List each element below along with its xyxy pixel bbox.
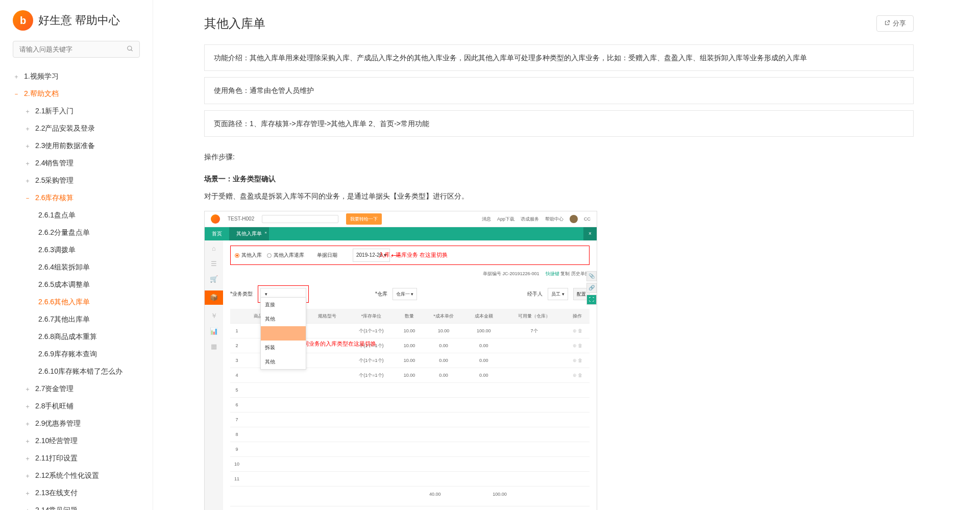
ss-memo-row: ✎ 备注信息 请输入内容信息 bbox=[230, 506, 590, 510]
plus-icon: ＋ bbox=[24, 507, 31, 510]
chart-icon[interactable]: 📊 bbox=[210, 327, 218, 335]
screenshot-scene1: TEST-H002 我要转给一下 消息 App下载 语成服务 帮助中心 CC 首… bbox=[204, 211, 597, 510]
nav-2-6-1[interactable]: 2.6.1盘点单 bbox=[13, 207, 140, 224]
ss-dd-item[interactable]: 其他 bbox=[261, 312, 306, 326]
nav-helpdoc[interactable]: －2.帮助文档 bbox=[13, 85, 140, 103]
table-row[interactable]: 4个(1个=1个)10.000.000.00⊕ 🗑 bbox=[230, 368, 590, 383]
ss-wh-select[interactable]: 仓库一 ▾ bbox=[393, 288, 418, 300]
nav-2-6-3[interactable]: 2.6.3调拨单 bbox=[13, 241, 140, 259]
content-section: 操作步骤: 场景一：业务类型确认 对于受赠、盘盈或是拆装入库等不同的业务，是通过… bbox=[204, 150, 914, 510]
nav-2-6-5[interactable]: 2.6.5成本调整单 bbox=[13, 276, 140, 294]
nav-2-2[interactable]: ＋2.2产品安装及登录 bbox=[13, 120, 140, 137]
ss-help-link[interactable]: 帮助中心 bbox=[545, 214, 564, 224]
ss-user-label: CC bbox=[584, 214, 591, 224]
table-row[interactable]: 9 bbox=[230, 442, 590, 457]
ss-total-amt: 100.00 bbox=[468, 490, 532, 499]
row-actions[interactable]: ⊕ 🗑 bbox=[566, 338, 590, 353]
row-actions[interactable]: ⊕ 🗑 bbox=[566, 368, 590, 383]
nav-2-8[interactable]: ＋2.8手机旺铺 bbox=[13, 398, 140, 415]
ss-meta-row: 单据编号 JC-20191226-001 快捷键 复制 历史单据 bbox=[230, 267, 590, 280]
close-icon[interactable]: × bbox=[264, 229, 267, 237]
ss-topbar: TEST-H002 我要转给一下 消息 App下载 语成服务 帮助中心 CC bbox=[205, 211, 597, 227]
path-box: 页面路径：1、库存核算->库存管理->其他入库单 2、首页->常用功能 bbox=[204, 110, 914, 137]
nav-2-7[interactable]: ＋2.7资金管理 bbox=[13, 380, 140, 398]
attach-icon[interactable]: 📎 bbox=[586, 271, 597, 281]
ss-tab-current[interactable]: 其他入库单× bbox=[229, 227, 269, 240]
ss-avatar-icon[interactable] bbox=[570, 215, 578, 223]
table-row[interactable]: 6 bbox=[230, 398, 590, 412]
share-button[interactable]: 分享 bbox=[876, 15, 914, 32]
ss-dd-item[interactable]: 直接 bbox=[261, 298, 306, 312]
nav-2-5[interactable]: ＋2.5采购管理 bbox=[13, 172, 140, 189]
row-actions[interactable]: ⊕ 🗑 bbox=[566, 324, 590, 338]
ss-tabs-close[interactable]: × bbox=[583, 227, 597, 240]
money-icon[interactable]: ￥ bbox=[210, 312, 218, 320]
nav-2-12[interactable]: ＋2.12系统个性化设置 bbox=[13, 467, 140, 484]
plus-icon: ＋ bbox=[24, 385, 31, 393]
nav-2-13[interactable]: ＋2.13在线支付 bbox=[13, 484, 140, 502]
plus-icon: ＋ bbox=[24, 490, 31, 497]
table-row[interactable]: 8 bbox=[230, 427, 590, 442]
ss-dd-item[interactable] bbox=[261, 326, 306, 341]
nav-2-6-2[interactable]: 2.6.2分量盘点单 bbox=[13, 224, 140, 241]
ss-dd-item[interactable]: 其他 bbox=[261, 355, 306, 369]
minus-icon: － bbox=[13, 90, 20, 98]
ss-promo-button[interactable]: 我要转给一下 bbox=[346, 213, 382, 225]
ss-rightbar: 📎 🔗 ⛶ bbox=[586, 271, 597, 305]
ss-docnum-value: JC-20191226-001 bbox=[502, 271, 539, 276]
ss-search-input[interactable] bbox=[262, 215, 338, 223]
ss-radio-return[interactable]: 其他入库退库 bbox=[267, 250, 304, 260]
box-icon[interactable]: 📦 bbox=[205, 290, 223, 305]
ss-logo-icon bbox=[211, 214, 220, 224]
link-icon[interactable]: 🔗 bbox=[586, 283, 597, 293]
nav-2-10[interactable]: ＋2.10经营管理 bbox=[13, 432, 140, 450]
home-icon[interactable]: ⌂ bbox=[210, 245, 218, 253]
nav-2-11[interactable]: ＋2.11打印设置 bbox=[13, 450, 140, 467]
path-label: 页面路径： bbox=[214, 119, 250, 128]
nav-2-14[interactable]: ＋2.14常见问题 bbox=[13, 502, 140, 510]
ss-body: ⌂ ☰ 🛒 📦 ￥ 📊 ▦ 其他入库 其他入库退库 单据日期 201 bbox=[205, 240, 597, 510]
doc-icon[interactable]: ☰ bbox=[210, 260, 218, 268]
nav-2-6-8[interactable]: 2.6.8商品成本重算 bbox=[13, 328, 140, 346]
nav-2-6[interactable]: －2.6库存核算 bbox=[13, 189, 140, 207]
ss-radio-in[interactable]: 其他入库 bbox=[235, 250, 262, 260]
th-idx bbox=[230, 309, 243, 324]
table-row[interactable]: 10 bbox=[230, 457, 590, 472]
th-amt: 成本金额 bbox=[464, 309, 503, 324]
nav-2-3[interactable]: ＋2.3使用前数据准备 bbox=[13, 137, 140, 155]
path-text: 1、库存核算->库存管理->其他入库单 2、首页->常用功能 bbox=[250, 119, 429, 128]
row-actions[interactable]: ⊕ 🗑 bbox=[566, 353, 590, 368]
nav-2-1[interactable]: ＋2.1新手入门 bbox=[13, 103, 140, 120]
table-row[interactable]: 11 bbox=[230, 472, 590, 487]
search-input[interactable] bbox=[13, 41, 140, 58]
nav-tree: ＋1.视频学习 －2.帮助文档 ＋2.1新手入门 ＋2.2产品安装及登录 ＋2.… bbox=[13, 68, 140, 510]
cart-icon[interactable]: 🛒 bbox=[210, 275, 218, 283]
ss-maker-select[interactable]: 员工 ▾ bbox=[548, 288, 568, 300]
nav-2-6-4[interactable]: 2.6.4组装拆卸单 bbox=[13, 259, 140, 276]
nav-2-4[interactable]: ＋2.4销售管理 bbox=[13, 155, 140, 172]
nav-2-6-7[interactable]: 2.6.7其他出库单 bbox=[13, 311, 140, 328]
nav-2-6-6[interactable]: 2.6.6其他入库单 bbox=[13, 294, 140, 311]
ss-app-link[interactable]: App下载 bbox=[497, 214, 514, 224]
th-op: 操作 bbox=[566, 309, 590, 324]
ss-service-link[interactable]: 语成服务 bbox=[521, 214, 539, 224]
ss-total-row: 40.00 100.00 bbox=[230, 487, 590, 502]
ss-msg-link[interactable]: 消息 bbox=[482, 214, 491, 224]
ss-tool-shortcut[interactable]: 快捷键 bbox=[546, 271, 559, 276]
table-row[interactable]: 7 bbox=[230, 412, 590, 427]
nav-2-6-9[interactable]: 2.6.9库存账本查询 bbox=[13, 346, 140, 363]
site-title: 好生意 帮助中心 bbox=[38, 13, 120, 28]
ss-tab-home[interactable]: 首页 bbox=[205, 227, 229, 240]
table-row[interactable]: 5 bbox=[230, 383, 590, 398]
ss-dd-item[interactable]: 拆装 bbox=[261, 341, 306, 355]
search-icon[interactable] bbox=[127, 45, 134, 54]
ss-tool-copy[interactable]: 复制 bbox=[560, 271, 570, 276]
nav-2-6-10[interactable]: 2.6.10库存账本错了怎么办 bbox=[13, 363, 140, 380]
expand-icon[interactable]: ⛶ bbox=[586, 295, 597, 305]
nav-video[interactable]: ＋1.视频学习 bbox=[13, 68, 140, 85]
plus-icon: ＋ bbox=[24, 403, 31, 410]
logo-icon: b bbox=[13, 10, 33, 31]
nav-2-9[interactable]: ＋2.9优惠券管理 bbox=[13, 415, 140, 432]
sidebar: b 好生意 帮助中心 ＋1.视频学习 －2.帮助文档 ＋2.1新手入门 ＋2.2… bbox=[0, 0, 153, 510]
grid-icon[interactable]: ▦ bbox=[210, 343, 218, 351]
